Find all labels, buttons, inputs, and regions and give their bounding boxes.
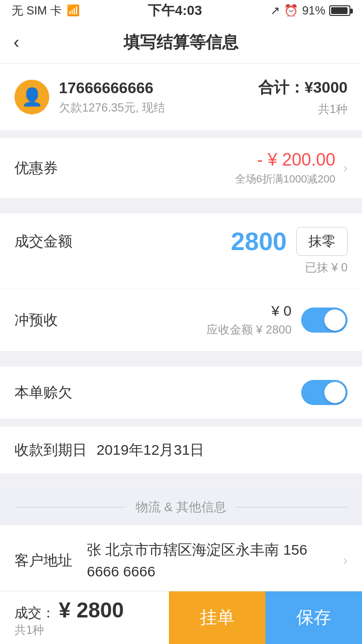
bottom-count: 共1种	[14, 622, 154, 638]
bottom-deal-row: 成交： ¥ 2800	[14, 598, 154, 622]
address-section[interactable]: 客户地址 张 北京市市辖区海淀区永丰南 156 6666 6666 ›	[0, 525, 362, 596]
user-debt: 欠款1276.35元, 现结	[59, 100, 258, 115]
precharge-right: ¥ 0 应收金额 ¥ 2800	[207, 303, 292, 337]
avatar: 👤	[14, 80, 49, 114]
bottom-info: 成交： ¥ 2800 共1种	[0, 598, 169, 638]
round-button[interactable]: 抹零	[296, 227, 348, 256]
bottom-bar: 成交： ¥ 2800 共1种 挂单 保存	[0, 591, 362, 644]
user-total: 合计：¥3000 共1种	[258, 77, 348, 117]
amount-label: 成交金额	[14, 232, 231, 252]
bottom-amount: ¥ 2800	[59, 598, 124, 622]
precharge-toggle[interactable]	[301, 308, 348, 333]
coupon-row[interactable]: 优惠券 - ¥ 200.00 全场6折满1000减200 ›	[0, 138, 362, 198]
precharge-amount: ¥ 0	[271, 303, 292, 319]
hold-button[interactable]: 挂单	[169, 591, 265, 644]
user-phone: 17666666666	[59, 79, 258, 97]
content-area: 👤 17666666666 欠款1276.35元, 现结 合计：¥3000 共1…	[0, 64, 362, 644]
user-row: 👤 17666666666 欠款1276.35元, 现结 合计：¥3000 共1…	[0, 64, 362, 130]
toggle-circle	[324, 309, 346, 331]
coupon-desc: 全场6折满1000减200	[58, 172, 335, 186]
logistics-divider: 物流 & 其他信息	[0, 489, 362, 525]
location-icon: ↗	[270, 4, 280, 17]
save-button[interactable]: 保存	[265, 591, 362, 644]
address-card: 客户地址 张 北京市市辖区海淀区永丰南 156 6666 6666 ›	[0, 525, 362, 596]
debt-toggle-circle	[324, 382, 346, 403]
amount-section: 成交金额 2800 抹零 已抹 ¥ 0	[0, 213, 362, 289]
amount-row: 成交金额 2800 抹零	[14, 227, 348, 256]
status-bar: 无 SIM 卡 📶 下午4:03 ↗ ⏰ 91%	[0, 0, 362, 21]
user-icon: 👤	[21, 87, 43, 107]
divider-line-right	[236, 507, 348, 507]
date-label: 收款到期日	[14, 440, 87, 460]
section-divider-1	[0, 206, 362, 213]
coupon-card: 优惠券 - ¥ 200.00 全场6折满1000减200 ›	[0, 138, 362, 198]
page-title: 填写结算等信息	[124, 31, 238, 54]
deal-amount-card: 成交金额 2800 抹零 已抹 ¥ 0 冲预收 ¥ 0 应收金额 ¥ 2800	[0, 213, 362, 351]
chevron-right-icon: ›	[343, 160, 348, 176]
due-date-card: 收款到期日 2019年12月31日	[0, 426, 362, 474]
debt-card: 本单赊欠	[0, 366, 362, 419]
section-divider-3	[0, 481, 362, 489]
address-value: 张 北京市市辖区海淀区永丰南 156 6666 6666	[87, 539, 335, 582]
amount-sub: 已抹 ¥ 0	[14, 260, 348, 275]
user-info: 17666666666 欠款1276.35元, 现结	[59, 79, 258, 115]
status-right: ↗ ⏰ 91%	[270, 4, 350, 17]
total-count: 共1种	[258, 101, 348, 117]
back-button[interactable]: ‹	[14, 32, 19, 53]
debt-label: 本单赊欠	[14, 383, 301, 403]
address-chevron-icon: ›	[343, 553, 348, 568]
precharge-receivable: 应收金额 ¥ 2800	[207, 322, 292, 337]
battery-percentage: 91%	[302, 4, 325, 17]
wifi-icon: 📶	[67, 4, 80, 17]
bottom-deal-label: 成交：	[14, 605, 55, 620]
date-value: 2019年12月31日	[97, 440, 204, 460]
section-divider-2	[0, 359, 362, 366]
coupon-label: 优惠券	[14, 158, 58, 178]
status-time: 下午4:03	[148, 1, 202, 20]
coupon-discount: - ¥ 200.00	[58, 150, 335, 170]
alarm-icon: ⏰	[284, 4, 298, 17]
date-section: 收款到期日 2019年12月31日	[0, 427, 362, 474]
precharge-label: 冲预收	[14, 310, 207, 330]
debt-section: 本单赊欠	[0, 366, 362, 419]
carrier-label: 无 SIM 卡	[12, 3, 62, 18]
battery-icon	[329, 5, 350, 16]
precharge-section: 冲预收 ¥ 0 应收金额 ¥ 2800	[0, 289, 362, 351]
precharge-row: 冲预收 ¥ 0 应收金额 ¥ 2800	[14, 303, 348, 337]
debt-toggle[interactable]	[301, 380, 348, 405]
amount-value: 2800	[231, 227, 287, 256]
address-label: 客户地址	[14, 551, 72, 571]
logistics-label: 物流 & 其他信息	[136, 499, 226, 516]
user-info-card: 👤 17666666666 欠款1276.35元, 现结 合计：¥3000 共1…	[0, 64, 362, 130]
coupon-right: - ¥ 200.00 全场6折满1000减200	[58, 150, 335, 186]
divider-line-left	[14, 507, 126, 507]
total-amount: 合计：¥3000	[258, 77, 348, 98]
status-left: 无 SIM 卡 📶	[12, 3, 80, 18]
nav-bar: ‹ 填写结算等信息	[0, 21, 362, 64]
back-icon: ‹	[14, 32, 19, 52]
